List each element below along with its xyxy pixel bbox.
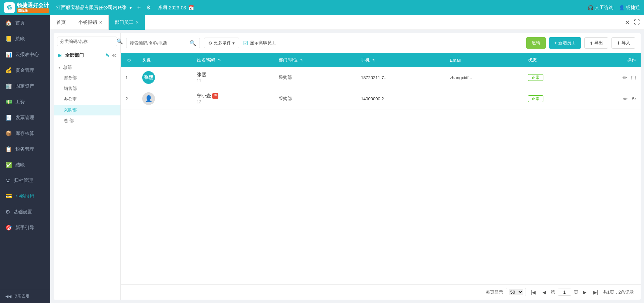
prev-page-button[interactable]: ◀ <box>540 289 548 296</box>
sidebar-item-expense[interactable]: 💳 小畅报销 <box>0 188 50 204</box>
per-page-select[interactable]: 50 100 200 <box>506 288 526 296</box>
top-bar-actions: 🎧 人工咨询 👤 畅捷通 <box>588 5 640 11</box>
col-phone[interactable]: 手机 ⇅ <box>356 53 445 67</box>
page-number-input[interactable] <box>558 289 571 296</box>
dept-search-input[interactable] <box>60 39 116 44</box>
pin-icon: ◀◀ <box>5 294 11 299</box>
tab-expense-close-icon[interactable]: ✕ <box>99 20 102 25</box>
col-dept[interactable]: 部门/职位 ⇅ <box>274 53 356 67</box>
tab-dept-close-icon[interactable]: ✕ <box>136 20 139 25</box>
sidebar-label-tax: 税务管理 <box>15 146 34 152</box>
add-company-icon[interactable]: + <box>137 4 141 11</box>
dept-group-title-headquarters[interactable]: ▼ 总部 <box>54 62 120 72</box>
dept-panel: 🔍 ⊞ 全部部门 ✎ ≪ ▼ 总部 财务 <box>54 33 121 300</box>
tab-expense[interactable]: 小畅报销 ✕ <box>72 15 109 30</box>
setting-icon: ⚙ <box>5 209 10 215</box>
tab-home[interactable]: 首页 <box>50 15 72 30</box>
edit-dept-icon[interactable]: ✎ <box>105 53 109 58</box>
sidebar-item-settle[interactable]: ✅ 结账 <box>0 157 50 173</box>
logout-employee-1-icon[interactable]: ⬚ <box>631 74 636 81</box>
sidebar-item-guide[interactable]: 🎯 新手引导 <box>0 220 50 236</box>
sidebar-item-general[interactable]: 📒 总账 <box>0 31 50 47</box>
import-button[interactable]: ⬇ 导入 <box>611 37 635 49</box>
next-page-button[interactable]: ▶ <box>581 289 589 296</box>
dropdown-arrow-icon[interactable]: ▾ <box>129 5 132 10</box>
invite-button[interactable]: 邀请 <box>526 37 546 49</box>
sidebar-item-fund[interactable]: 💰 资金管理 <box>0 62 50 78</box>
company-name[interactable]: 江西服宝精品有限责任公司内账张 ▾ + ⚙ <box>56 4 151 11</box>
headset-icon: 🎧 <box>588 5 593 10</box>
emp-table: ⚙ 头像 姓名/编码 ⇅ 部门/职位 ⇅ 手机 ⇅ Email 状态 操作 <box>121 53 641 284</box>
emp-search-box[interactable]: 🔍 <box>126 38 200 48</box>
salary-icon: 💵 <box>5 99 12 105</box>
actions-cell-1: ✏ ⬚ <box>584 67 641 88</box>
sidebar-item-setting[interactable]: ⚙ 基础设置 <box>0 204 50 220</box>
tab-home-label: 首页 <box>56 19 66 26</box>
tab-dept[interactable]: 部门员工 ✕ <box>109 15 145 30</box>
settle-icon: ✅ <box>5 162 12 168</box>
sidebar-item-invoice[interactable]: 🧾 发票管理 <box>0 110 50 125</box>
last-page-button[interactable]: ▶| <box>591 289 600 296</box>
sidebar-label-salary: 工资 <box>15 99 25 105</box>
sidebar-label-invoice: 发票管理 <box>15 115 34 121</box>
edit-employee-1-icon[interactable]: ✏ <box>623 74 627 81</box>
calendar-icon[interactable]: 📅 <box>188 5 194 10</box>
sidebar-label-settle: 结账 <box>15 162 25 168</box>
action-buttons: 邀请 + 新增员工 ⬆ 导出 ⬇ 导入 <box>526 37 635 49</box>
sidebar-label-guide: 新手引导 <box>15 225 34 231</box>
sidebar-label-inventory: 库存核算 <box>15 131 34 137</box>
dept-child-finance[interactable]: 财务部 <box>54 72 120 83</box>
collapse-icon[interactable]: ≪ <box>111 53 116 58</box>
sidebar-item-home[interactable]: 🏠 首页 <box>0 15 50 31</box>
general-icon: 📒 <box>5 36 12 42</box>
filter-button[interactable]: ⚙ 更多条件 ▾ <box>204 38 239 48</box>
edit-employee-2-icon[interactable]: ✏ <box>623 96 628 102</box>
total-records: 共1页，2条记录 <box>603 289 634 295</box>
add-employee-button[interactable]: + 新增员工 <box>549 37 581 49</box>
first-page-button[interactable]: |◀ <box>529 289 538 296</box>
close-window-icon[interactable]: ✕ <box>625 19 630 26</box>
email-cell-2 <box>445 88 523 109</box>
show-resigned-toggle[interactable]: ☑ 显示离职员工 <box>243 40 276 46</box>
export-button[interactable]: ⬆ 导出 <box>584 37 608 49</box>
phone-cell-2: 14000000 2... <box>356 88 445 109</box>
pagination: 每页显示 50 100 200 |◀ ◀ 第 页 ▶ ▶| <box>121 284 641 300</box>
settings-icon[interactable]: ⚙ <box>146 4 151 11</box>
dept-header-icons: ✎ ≪ <box>105 53 116 58</box>
dept-child-office[interactable]: 办公室 <box>54 94 120 105</box>
table-row: 2 👤 宁小壹 应 <box>121 88 641 109</box>
sidebar-label-fund: 资金管理 <box>15 67 34 73</box>
dept-child-general-dept[interactable]: 总 部 <box>54 115 120 126</box>
col-avatar: 头像 <box>138 53 192 67</box>
status-cell-2: 正常 <box>523 88 584 109</box>
cancel-pin-button[interactable]: ◀◀ 取消固定 <box>0 289 50 303</box>
sidebar-item-asset[interactable]: 🏢 固定资产 <box>0 78 50 94</box>
sidebar-item-report[interactable]: 📊 云报表中心 <box>0 47 50 62</box>
asset-icon: 🏢 <box>5 83 12 89</box>
avatar-2: 👤 <box>142 92 155 105</box>
sidebar-item-archive[interactable]: 🗂 归档管理 <box>0 173 50 188</box>
inventory-icon: 📦 <box>5 130 12 137</box>
phone-cell-1: 18720211 7... <box>356 67 445 88</box>
user-menu[interactable]: 👤 畅捷通 <box>619 5 640 11</box>
dept-all-header[interactable]: ⊞ 全部部门 ✎ ≪ <box>54 50 120 61</box>
col-settings[interactable]: ⚙ <box>121 53 138 67</box>
emp-toolbar: 🔍 ⚙ 更多条件 ▾ ☑ 显示离职员工 邀请 + 新增员工 <box>121 33 641 53</box>
per-page-dropdown[interactable]: 50 100 200 <box>509 289 523 295</box>
col-name[interactable]: 姓名/编码 ⇅ <box>192 53 274 67</box>
refresh-employee-2-icon[interactable]: ↻ <box>632 96 636 102</box>
dept-child-purchase[interactable]: 采购部 <box>54 105 120 115</box>
period-selector[interactable]: 账期 2023-03 📅 <box>158 5 194 11</box>
emp-search-icon[interactable]: 🔍 <box>190 40 196 46</box>
emp-search-input[interactable] <box>130 41 187 46</box>
dept-search-box[interactable]: 🔍 <box>57 37 117 46</box>
sidebar-item-tax[interactable]: 📋 税务管理 <box>0 141 50 157</box>
dept-child-sales[interactable]: 销售部 <box>54 83 120 94</box>
consult-button[interactable]: 🎧 人工咨询 <box>588 5 613 11</box>
sidebar-item-inventory[interactable]: 📦 库存核算 <box>0 125 50 141</box>
expand-icon[interactable]: ⛶ <box>634 19 640 26</box>
main-layout: 🏠 首页 📒 总账 📊 云报表中心 💰 资金管理 🏢 固定资产 💵 工资 🧾 发… <box>0 15 644 303</box>
row-num-2: 2 <box>121 88 138 109</box>
sidebar-item-salary[interactable]: 💵 工资 <box>0 94 50 110</box>
email-cell-1: zhangxidf... <box>445 67 523 88</box>
